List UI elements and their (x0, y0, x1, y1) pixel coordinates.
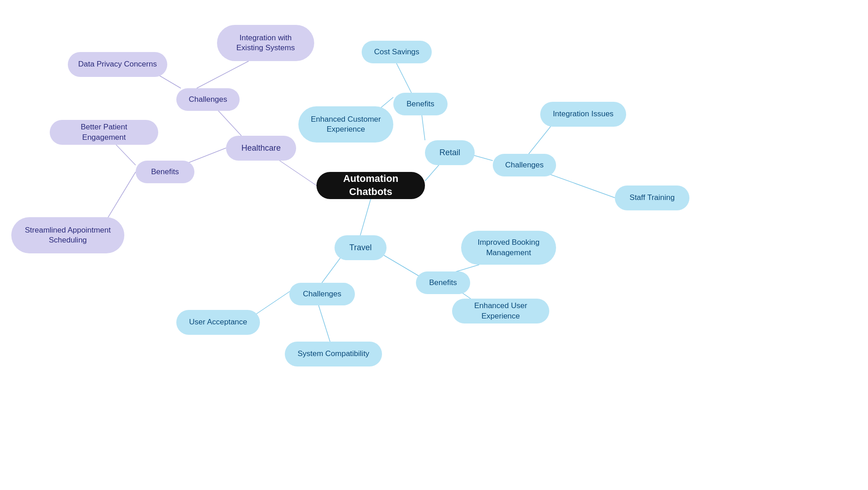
svg-line-14 (360, 199, 371, 235)
system-compat-node: System Compatibility (285, 342, 382, 366)
retail-benefits-node: Benefits (393, 93, 448, 115)
integration-node: Integration with Existing Systems (217, 25, 314, 61)
svg-line-10 (396, 63, 411, 93)
improved-booking-node: Improved Booking Management (461, 231, 556, 265)
better-patient-node: Better Patient Engagement (50, 120, 158, 145)
healthcare-node: Healthcare (226, 136, 296, 161)
streamlined-node: Streamlined Appointment Scheduling (11, 217, 124, 253)
center-node: Automation Chatbots (316, 172, 425, 199)
travel-benefits-node: Benefits (416, 271, 470, 294)
travel-challenges-node: Challenges (289, 283, 355, 305)
svg-line-3 (197, 61, 249, 88)
retail-node: Retail (425, 140, 475, 165)
integration-issues-node: Integration Issues (540, 102, 626, 127)
travel-node: Travel (335, 235, 387, 260)
data-privacy-node: Data Privacy Concerns (68, 52, 167, 77)
retail-challenges-node: Challenges (493, 154, 556, 176)
enhanced-customer-node: Enhanced Customer Experience (298, 106, 393, 143)
cost-savings-node: Cost Savings (362, 41, 432, 63)
healthcare-challenges-node: Challenges (176, 88, 240, 111)
user-acceptance-node: User Acceptance (176, 310, 260, 335)
staff-training-node: Staff Training (615, 186, 689, 210)
enhanced-user-node: Enhanced User Experience (452, 299, 549, 323)
healthcare-benefits-node: Benefits (136, 161, 194, 183)
